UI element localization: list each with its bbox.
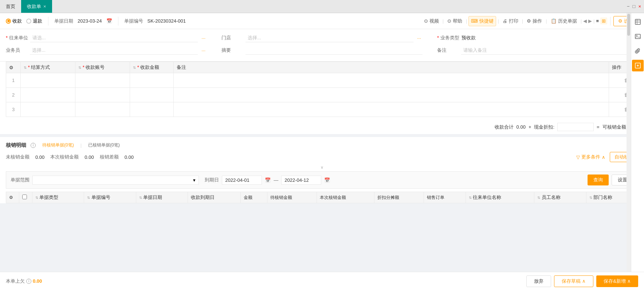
calendar-from-icon[interactable]: 📅	[265, 177, 271, 183]
sidebar-image-icon[interactable]	[632, 31, 644, 42]
filter-icon: ▽	[576, 154, 580, 160]
row-3-shoukuan[interactable]	[75, 102, 130, 117]
sidebar-attachment-icon[interactable]	[632, 45, 644, 57]
col-settings-header[interactable]: ⚙	[6, 62, 21, 73]
calendar-to-icon[interactable]: 📅	[324, 177, 330, 183]
date-from-input[interactable]	[222, 176, 262, 185]
range-select[interactable]: ▾	[32, 176, 199, 185]
date-to-input[interactable]	[281, 176, 321, 185]
row-2-amount[interactable]	[130, 88, 174, 102]
store-field: 门店 ···	[221, 34, 423, 42]
print-btn[interactable]: 🖨 打印	[500, 16, 521, 26]
hexiao-tab-done[interactable]: 已核销单据(0笔)	[86, 141, 122, 149]
bottom-col-sales-order: 销售订单	[424, 192, 466, 203]
abandon-button[interactable]: 放弃	[526, 275, 551, 287]
row-1-amount[interactable]	[130, 73, 174, 88]
history-btn[interactable]: 📋 历史单据	[549, 16, 579, 26]
window-maximize-icon[interactable]: □	[633, 4, 636, 9]
radio-shoukuan[interactable]: 收款	[6, 18, 22, 24]
scroll-area[interactable]	[627, 13, 631, 272]
sort-amount-icon[interactable]: ⇅	[133, 66, 136, 70]
view-card-icon[interactable]: ⊞	[600, 17, 607, 24]
more-conditions-btn[interactable]: ▽ 更多条件 ∧	[576, 154, 605, 160]
radio-tuikuan-label: 退款	[33, 18, 42, 24]
row-3-jiesuan[interactable]	[21, 102, 75, 117]
store-more-icon[interactable]: ···	[416, 35, 423, 41]
row-3-amount[interactable]	[130, 102, 174, 117]
toolbar-right: ⊙ 视频 | ⊙ 帮助 | ⌨ 快捷键 | 🖨 打印 | ⚙ 操作 | 📋 历史…	[422, 16, 638, 26]
sidebar-expand-icon[interactable]	[632, 60, 644, 71]
sidebar-table-icon[interactable]	[632, 16, 644, 28]
tab-active[interactable]: 收款单 ×	[21, 0, 52, 13]
hexiao-tab-pending[interactable]: 待核销单据(0笔)	[40, 141, 76, 149]
summary-row: 收款合计 0.00 + 现金折扣: = 可核销金额 0.00	[0, 120, 644, 134]
tab-close-icon[interactable]: ×	[43, 4, 46, 9]
row-1-shoukuan[interactable]	[75, 73, 130, 88]
video-btn[interactable]: ⊙ 视频	[422, 16, 441, 26]
abstract-label: 摘要	[221, 47, 243, 54]
abstract-input[interactable]	[246, 46, 423, 55]
salesperson-label: 业务员	[6, 47, 28, 54]
row-2-jiesuan[interactable]	[21, 88, 75, 102]
summary-label1: 收款合计	[495, 124, 514, 130]
nav-next-icon[interactable]: ▶	[588, 18, 592, 24]
radio-tuikuan[interactable]: 退款	[26, 18, 42, 24]
tab-bar: 首页 收款单 × − □ ×	[0, 0, 644, 13]
partner-field: 往来单位 ···	[6, 34, 207, 42]
bottom-col-checkbox[interactable]	[19, 192, 32, 203]
salesperson-input[interactable]	[30, 46, 198, 55]
sort-shoukuan-icon[interactable]: ⇅	[78, 66, 81, 70]
store-input[interactable]	[246, 34, 413, 42]
window-close-icon[interactable]: ×	[638, 4, 641, 9]
row-3-beizhu[interactable]	[174, 102, 609, 117]
shortcut-btn[interactable]: ⌨ 快捷键	[468, 16, 496, 26]
select-all-checkbox[interactable]	[22, 195, 27, 199]
sort-jiesuan-icon[interactable]: ⇅	[24, 66, 27, 70]
stat3-label: 核销差额	[100, 154, 119, 160]
partner-more-icon[interactable]: ···	[200, 35, 207, 41]
operation-btn[interactable]: ⚙ 操作	[525, 16, 544, 26]
radio-group: 收款 退款	[6, 18, 42, 24]
save-draft-arrow-icon[interactable]: ∧	[582, 278, 586, 284]
save-draft-button[interactable]: 保存草稿 ∧	[554, 275, 593, 287]
data-table: ⚙ ⇅ * 结算方式 ⇅ * 收款账号 ⇅ * 收款金额 备注	[6, 62, 638, 117]
shortcut-icon: ⌨	[471, 18, 478, 24]
row-1-jiesuan[interactable]	[21, 73, 75, 88]
bottom-col-amount: 金额	[241, 192, 267, 203]
print-icon: 🖨	[503, 18, 507, 24]
doc-date-label: 单据日期	[54, 18, 73, 24]
salesperson-more-icon[interactable]: ···	[200, 48, 207, 53]
view-list-icon[interactable]: ≡	[596, 18, 599, 24]
tab-home[interactable]: 首页	[0, 0, 21, 13]
footer-left: 本单上欠 i 0.00	[6, 278, 42, 285]
summary-discount-input[interactable]	[557, 123, 594, 131]
bottom-col-doc-no: ⇅ 单据编号	[84, 192, 136, 203]
remark-input[interactable]	[461, 46, 638, 55]
bottom-col-employee: ⇅ 员工名称	[534, 192, 586, 203]
nav-prev-icon[interactable]: ◀	[583, 18, 587, 24]
save-new-button[interactable]: 保存&新增 ∧	[596, 275, 638, 287]
window-minimize-icon[interactable]: −	[627, 4, 630, 9]
footer-info-icon[interactable]: i	[26, 279, 31, 284]
partner-input[interactable]	[30, 34, 198, 42]
bottom-col-settings[interactable]: ⚙	[6, 192, 19, 203]
toolbar-divider-1	[48, 17, 48, 26]
doc-no-label: 单据编号	[124, 18, 143, 24]
calendar-icon[interactable]: 📅	[106, 18, 112, 24]
query-button[interactable]: 查询	[588, 175, 609, 185]
stat1-value: 0.00	[35, 154, 44, 160]
tab-active-label: 收款单	[27, 3, 41, 10]
operation-icon: ⚙	[527, 18, 531, 24]
help-btn[interactable]: ⊙ 帮助	[445, 16, 464, 26]
row-2-shoukuan[interactable]	[75, 88, 130, 102]
footer: 本单上欠 i 0.00 放弃 保存草稿 ∧ 保存&新增 ∧	[0, 272, 644, 290]
save-new-arrow-icon[interactable]: ∧	[627, 278, 631, 284]
row-2-beizhu[interactable]	[174, 88, 609, 102]
help-icon: ⊙	[447, 18, 451, 24]
svg-rect-4	[635, 34, 640, 39]
range-label: 单据范围	[11, 177, 30, 183]
hexiao-info-icon[interactable]: i	[31, 143, 36, 148]
row-1-beizhu[interactable]	[174, 73, 609, 88]
hexiao-filter-row: 单据范围 ▾ 到期日 📅 — 📅 查询 设置	[6, 171, 638, 189]
form-row-2: 业务员 ··· 摘要 备注	[6, 46, 638, 55]
